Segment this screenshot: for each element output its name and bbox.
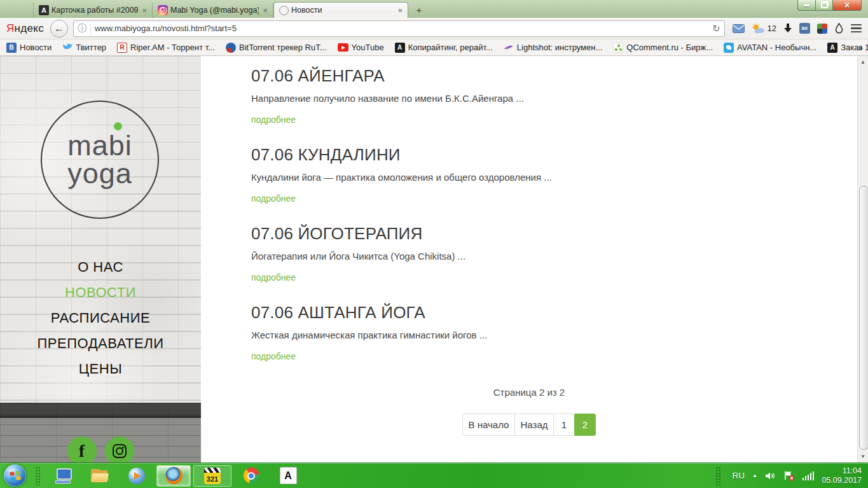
news-title[interactable]: 07.06 КУНДАЛИНИ	[251, 145, 857, 165]
url-bar[interactable]: ⓘ www.mabiyoga.ru/novosti.html?start=5 ↻	[73, 20, 725, 37]
firefox-button[interactable]	[156, 465, 191, 487]
site-sidebar: mabiyoga О НАС НОВОСТИ РАСПИСАНИЕ ПРЕПОД…	[0, 56, 201, 463]
sidebar-item-novosti[interactable]: НОВОСТИ	[0, 280, 201, 305]
news-excerpt: Направление получило название по имени Б…	[251, 93, 857, 104]
maximize-button[interactable]	[816, 0, 833, 11]
tab-title: Mabi Yoga (@mabi.yoga) • Ф	[170, 6, 259, 15]
pagination-first-button[interactable]: В начало	[462, 414, 515, 436]
yandex-logo[interactable]: Яндекс	[6, 22, 44, 35]
language-indicator[interactable]: RU	[733, 471, 745, 480]
pagination-page-2-button[interactable]: 2	[574, 414, 596, 436]
minimize-button[interactable]	[797, 0, 816, 11]
bookmarks-bar: ВНовости Твиттер RRiper.AM - Торрент т..…	[0, 39, 868, 56]
pagination-prev-button[interactable]: Назад	[514, 414, 554, 436]
close-window-button[interactable]: ×	[833, 0, 862, 11]
new-tab-button[interactable]: +	[411, 4, 427, 17]
folder-icon	[91, 469, 109, 483]
tray-expand-icon[interactable]: ▲	[752, 473, 757, 478]
taskbar-grip	[35, 466, 41, 485]
bookmark-twitter[interactable]: Твиттер	[62, 43, 106, 53]
bookmarks-overflow-chevron[interactable]: »	[858, 43, 863, 53]
menu-icon[interactable]	[851, 24, 862, 33]
bookmark-avatan[interactable]: AVATAN - Необычн...	[724, 43, 816, 53]
clock-time: 11:04	[822, 466, 862, 476]
weather-icon[interactable]: 12	[752, 24, 776, 34]
pagination-page-1-button[interactable]: 1	[553, 414, 575, 436]
qcomment-icon	[613, 43, 623, 53]
scrollbar[interactable]: ▲ ▼	[857, 56, 868, 463]
weather-temp: 12	[768, 24, 776, 33]
mpc-button[interactable]: 321	[193, 465, 231, 487]
scrollbar-thumb[interactable]	[859, 186, 868, 450]
facebook-icon[interactable]: f	[67, 436, 97, 463]
news-item: 07.06 ЙОГОТЕРАПИЯ Йогатерапия или Йога Ч…	[251, 224, 857, 283]
news-content: 07.06 АЙЕНГАРА Направление получило назв…	[201, 56, 857, 463]
url-text: www.mabiyoga.ru/novosti.html?start=5	[95, 24, 708, 33]
tab-close-icon[interactable]: ×	[261, 6, 269, 15]
sidebar-item-prepodavateli[interactable]: ПРЕПОДАВАТЕЛИ	[0, 331, 201, 356]
taskbar-clock[interactable]: 11:04 05.09.2017	[822, 466, 862, 485]
download-icon[interactable]	[783, 24, 792, 33]
chrome-icon	[244, 468, 259, 484]
reload-icon[interactable]: ↻	[712, 23, 720, 34]
clock-date: 05.09.2017	[822, 476, 862, 485]
bookmark-rutracker[interactable]: BitTorrent трекер RuT...	[226, 43, 327, 53]
instagram-icon[interactable]	[105, 436, 134, 463]
tab-instagram[interactable]: Mabi Yoga (@mabi.yoga) • Ф ×	[153, 3, 273, 18]
start-button[interactable]	[4, 464, 26, 487]
taskbar: 321 A RU ▲ 11:04 05.09.2017	[0, 463, 868, 488]
drop-extension-icon[interactable]	[834, 23, 844, 34]
logo-green-dot	[114, 122, 122, 130]
window-controls: ×	[797, 0, 862, 11]
pagination: Страница 2 из 2 В начало Назад 1 2	[201, 387, 857, 436]
vk-icon[interactable]: ВК	[799, 23, 810, 34]
news-item: 07.06 АШТАНГА ЙОГА Жесткая динамическая …	[251, 303, 857, 362]
tab-close-icon[interactable]: ×	[396, 6, 404, 15]
mabi-favicon-icon	[279, 6, 289, 15]
news-excerpt: Кундалини йога — практика омоложения и о…	[251, 172, 857, 183]
wmp-icon	[128, 468, 145, 484]
media-player-button[interactable]	[120, 465, 154, 487]
document-app-button[interactable]: A	[271, 465, 305, 487]
sidebar-item-tseny[interactable]: ЦЕНЫ	[0, 356, 201, 382]
firefox-icon	[165, 467, 183, 484]
back-button[interactable]: ←	[50, 20, 68, 38]
chrome-button[interactable]	[234, 465, 268, 487]
rgb-extension-icon[interactable]	[817, 24, 827, 34]
sidebar-item-o-nas[interactable]: О НАС	[0, 254, 201, 280]
read-more-link[interactable]: подробнее	[251, 115, 296, 125]
news-title[interactable]: 07.06 АШТАНГА ЙОГА	[251, 303, 857, 323]
scroll-up-icon[interactable]: ▲	[858, 59, 868, 65]
news-list: 07.06 АЙЕНГАРА Направление получило назв…	[251, 66, 857, 362]
tab-close-icon[interactable]: ×	[141, 6, 148, 15]
read-more-link[interactable]: подробнее	[251, 272, 296, 282]
mail-icon[interactable]	[733, 24, 745, 33]
bookmark-youtube[interactable]: YouTube	[338, 43, 384, 52]
action-center-flag-icon[interactable]	[783, 471, 795, 481]
read-more-link[interactable]: подробнее	[251, 351, 296, 361]
scroll-down-icon[interactable]: ▼	[858, 454, 868, 459]
bookmark-kopirayting[interactable]: AКопирайтинг, рерайт...	[395, 43, 493, 53]
news-excerpt: Йогатерапия или Йога Чикитса (Yoga Chiki…	[251, 251, 857, 261]
sidebar-item-raspisanie[interactable]: РАСПИСАНИЕ	[0, 305, 201, 331]
document-a-icon: A	[280, 467, 297, 484]
tab-kartochka-raboty[interactable]: A Карточка работы #20097636 ×	[33, 3, 153, 18]
site-logo[interactable]: mabiyoga	[41, 101, 159, 219]
tab-novosti-active[interactable]: Новости ×	[273, 2, 408, 18]
system-tray: RU ▲ 11:04 05.09.2017	[712, 466, 864, 485]
bookmark-lightshot[interactable]: Lightshot: инструмен...	[504, 43, 603, 53]
network-signal-icon[interactable]	[803, 471, 815, 480]
remote-desktop-button[interactable]	[46, 465, 80, 487]
sidebar-navigation: О НАС НОВОСТИ РАСПИСАНИЕ ПРЕПОДАВАТЕЛИ Ц…	[0, 254, 201, 382]
site-info-icon[interactable]: ⓘ	[78, 23, 91, 34]
rutracker-icon	[226, 43, 236, 53]
read-more-link[interactable]: подробнее	[251, 193, 296, 204]
news-title[interactable]: 07.06 ЙОГОТЕРАПИЯ	[251, 224, 857, 244]
bookmark-riper[interactable]: RRiper.AM - Торрент т...	[117, 43, 215, 53]
news-title[interactable]: 07.06 АЙЕНГАРА	[251, 66, 857, 86]
browser-window: A Карточка работы #20097636 × Mabi Yoga …	[0, 0, 868, 463]
bookmark-novosti[interactable]: ВНовости	[6, 43, 52, 53]
explorer-button[interactable]	[83, 465, 117, 487]
bookmark-qcomment[interactable]: QComment.ru - Бирж...	[613, 43, 713, 53]
volume-icon[interactable]	[765, 471, 776, 480]
